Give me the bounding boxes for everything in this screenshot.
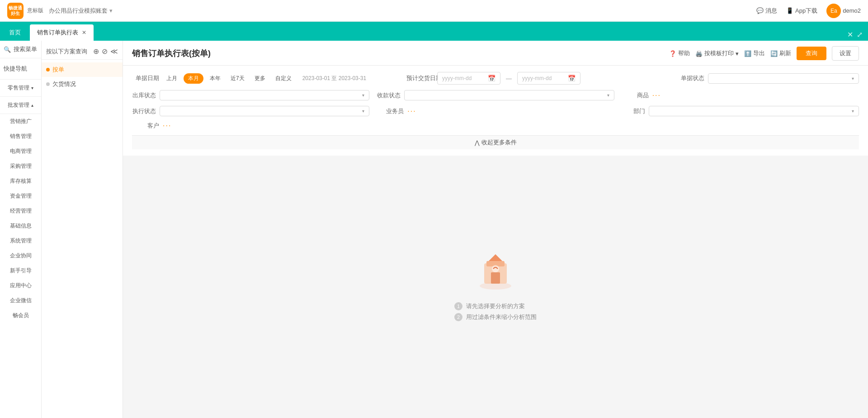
collapse-panel-button[interactable]: ≪ [110,47,118,56]
tab-home[interactable]: 首页 [2,24,28,41]
settings-button[interactable]: 设置 [832,46,859,61]
tab-home-label: 首页 [9,28,21,37]
date-tab-currentmonth[interactable]: 本月 [184,73,203,84]
message-icon: 💬 [756,7,764,14]
sidebar-search[interactable]: 🔍 搜索菜单 [0,41,41,58]
settings-scheme-button[interactable]: ⊘ [102,47,108,56]
inventory-label: 库存核算 [10,177,32,185]
salesperson-picker-button[interactable]: ··· [407,107,416,115]
newbie-label: 新手引导 [10,267,32,275]
export-icon: ⬆️ [744,50,751,57]
sidebar-item-inventory[interactable]: 库存核算 [0,174,41,189]
scheme-debt[interactable]: 欠货情况 [42,77,123,91]
date-calendar-icon1: 📅 [488,75,495,82]
sidebar-item-newbie[interactable]: 新手引导 [0,263,41,278]
message-button[interactable]: 💬 消息 [756,7,777,15]
status-select[interactable]: ▾ [708,73,859,84]
wholesale-label: 批发管理 [8,101,29,109]
data-area: 1 请先选择要分析的方案 2 用过滤条件来缩小分析范围 [123,156,868,418]
expected-date-end[interactable]: yyyy-mm-dd 📅 [517,72,580,85]
svg-point-5 [492,265,499,272]
appcenter-label: 应用中心 [10,282,32,290]
sidebar-item-sales[interactable]: 销售管理 [0,129,41,144]
tab-expand-icon[interactable]: ⤢ [857,30,863,39]
sidebar-item-member[interactable]: 畅会员 [0,308,41,323]
expected-date-placeholder1: yyyy-mm-dd [442,75,485,81]
tab-close-window-icon[interactable]: ✕ [847,30,853,39]
goods-label: 商品 [622,91,649,100]
expected-date-placeholder2: yyyy-mm-dd [522,75,565,81]
add-scheme-button[interactable]: ⊕ [93,47,99,56]
help-button[interactable]: ❓ 帮助 [669,49,690,57]
collapse-filters-button[interactable]: ⋀ 收起更多条件 [132,135,859,149]
collapse-label: 收起更多条件 [481,138,517,147]
date-label: 单据日期 [132,74,159,82]
sidebar-item-wechat[interactable]: 企业微信 [0,293,41,308]
date-calendar-icon2: 📅 [568,75,576,82]
purchase-label: 采购管理 [10,162,32,170]
payment-status-select[interactable]: ▾ [404,90,614,100]
sidebar-search-label: 搜索菜单 [14,45,37,53]
sidebar-item-purchase[interactable]: 采购管理 [0,159,41,174]
goods-picker-button[interactable]: ··· [652,91,661,100]
empty-illustration [473,250,518,295]
message-label: 消息 [765,7,777,15]
filter-row-1: 单据日期 上月 本月 本年 近7天 更多 自定义 2023-03-01 至 20… [132,72,859,85]
operations-label: 经营管理 [10,207,32,215]
scheme-by-order[interactable]: 按单 [42,62,123,77]
filter-salesperson: 业务员 ··· [377,107,614,115]
sidebar-item-wholesale[interactable]: 批发管理 ▴ [0,99,41,112]
dept-select[interactable]: ▾ [649,106,859,116]
tip-text-1: 请先选择要分析的方案 [466,302,525,310]
scheme-debt-dot-icon [46,82,50,86]
date-tab-currentyear[interactable]: 本年 [206,73,224,84]
sidebar-item-ecommerce[interactable]: 电商管理 [0,144,41,159]
sidebar-item-basic[interactable]: 基础信息 [0,218,41,233]
date-tab-last7[interactable]: 近7天 [227,73,248,84]
exec-status-select[interactable]: ▾ [160,106,370,116]
main-layout: 🔍 搜索菜单 快捷导航 零售管理 ▾ 批发管理 ▴ 营销推广 销售管理 [0,41,868,418]
scheme-dot-icon [46,68,50,71]
search-button[interactable]: 查询 [797,47,826,60]
header-right: 💬 消息 📱 App下载 Ea demo2 [756,4,861,18]
breadcrumb-arrow-icon: ▾ [109,7,113,14]
sidebar-item-appcenter[interactable]: 应用中心 [0,278,41,293]
tip-num-2: 2 [454,313,462,321]
out-status-select[interactable]: ▾ [160,90,370,100]
sidebar-item-retail[interactable]: 零售管理 ▾ [0,81,41,95]
header-left: 畅捷通好生 意标版 办公用品行业模拟账套 ▾ [7,3,113,19]
scheme-by-order-label: 按单 [52,66,64,74]
sidebar-item-operations[interactable]: 经营管理 [0,204,41,218]
sidebar-item-finance[interactable]: 资金管理 [0,189,41,204]
expected-date-start[interactable]: yyyy-mm-dd 📅 [437,72,500,85]
print-icon: 🖨️ [695,50,703,57]
page-actions: ❓ 帮助 🖨️ 按模板打印 ▾ ⬆️ 导出 [669,46,859,61]
date-tab-custom[interactable]: 自定义 [272,73,295,84]
export-button[interactable]: ⬆️ 导出 [744,49,765,57]
user-area[interactable]: Ea demo2 [826,4,861,18]
salesperson-label: 业务员 [377,107,404,115]
filter-dept: 部门 ▾ [622,106,859,116]
sidebar-item-enterprise[interactable]: 企业协同 [0,248,41,263]
sidebar-item-system[interactable]: 系统管理 [0,233,41,248]
member-label: 畅会员 [13,312,29,319]
date-tab-lastmonth[interactable]: 上月 [163,73,181,84]
avatar: Ea [826,4,841,18]
tab-close-icon[interactable]: ✕ [82,29,86,36]
app-download-button[interactable]: 📱 App下载 [786,7,817,15]
quick-nav-item[interactable]: 快捷导航 [0,62,41,76]
tip-num-1: 1 [454,302,462,310]
refresh-button[interactable]: 🔄 刷新 [770,49,791,57]
print-button[interactable]: 🖨️ 按模板打印 ▾ [695,49,739,57]
customer-picker-button[interactable]: ··· [163,122,171,130]
refresh-label: 刷新 [779,49,791,57]
filter-goods: 商品 ··· [622,91,859,100]
tab-sales-order[interactable]: 销售订单执行表 ✕ [30,24,94,41]
filter-date: 单据日期 上月 本月 本年 近7天 更多 自定义 2023-03-01 至 20… [132,73,399,84]
quick-nav-label: 快捷导航 [4,65,27,73]
date-filter-group: 上月 本月 本年 近7天 更多 自定义 [163,73,295,84]
filter-out-status: 出库状态 ▾ [132,90,369,100]
sidebar-item-marketing[interactable]: 营销推广 [0,114,41,129]
top-header: 畅捷通好生 意标版 办公用品行业模拟账套 ▾ 💬 消息 📱 App下载 Ea d… [0,0,868,22]
date-tab-more[interactable]: 更多 [251,73,269,84]
